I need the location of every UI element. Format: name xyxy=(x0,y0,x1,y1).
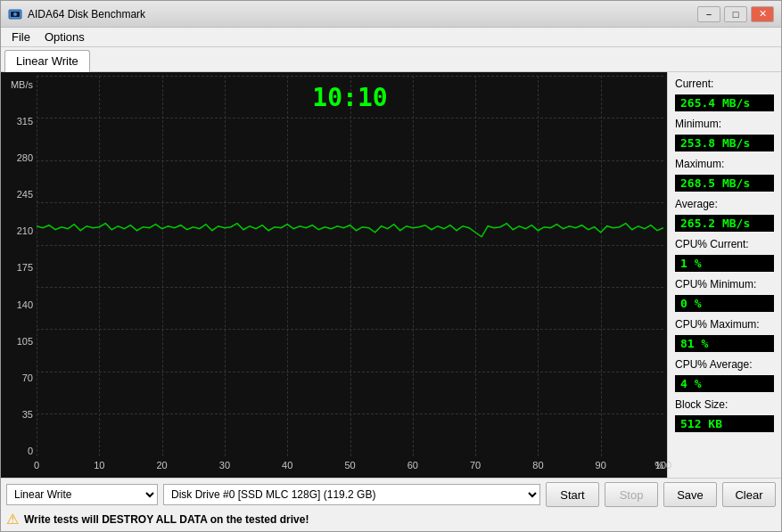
y-axis: MB/s 315 280 245 210 175 140 105 70 35 0 xyxy=(4,76,37,456)
maximize-button[interactable]: □ xyxy=(724,6,747,22)
y-label-245: 245 xyxy=(17,189,33,200)
menu-bar: File Options xyxy=(1,28,781,47)
start-button[interactable]: Start xyxy=(546,482,599,507)
y-label-175: 175 xyxy=(17,262,33,273)
cpu-average-label: CPU% Average: xyxy=(675,358,774,371)
title-bar-left: AIDA64 Disk Benchmark xyxy=(8,7,145,21)
warning-icon: ⚠ xyxy=(6,511,19,528)
x-label-0: 0 xyxy=(34,460,39,471)
side-panel: Current: 265.4 MB/s Minimum: 253.8 MB/s … xyxy=(667,72,781,478)
chart-container: MB/s 315 280 245 210 175 140 105 70 35 0 xyxy=(4,76,663,456)
test-type-dropdown[interactable]: Linear Write Linear Read Random Write Ra… xyxy=(6,484,158,505)
bottom-bar: Linear Write Linear Read Random Write Ra… xyxy=(1,478,781,531)
clear-button[interactable]: Clear xyxy=(722,482,776,507)
title-bar: AIDA64 Disk Benchmark − □ ✕ xyxy=(1,1,781,28)
average-label: Average: xyxy=(675,198,774,210)
save-button[interactable]: Save xyxy=(663,482,717,507)
mb-label: MB/s xyxy=(11,79,33,90)
block-size-value: 512 KB xyxy=(675,415,774,432)
cpu-current-label: CPU% Current: xyxy=(675,238,774,250)
minimize-button[interactable]: − xyxy=(697,6,720,22)
y-label-105: 105 xyxy=(17,336,33,347)
y-label-315: 315 xyxy=(17,116,33,127)
cpu-minimum-label: CPU% Minimum: xyxy=(675,278,774,291)
block-size-label: Block Size: xyxy=(675,398,774,411)
close-button[interactable]: ✕ xyxy=(751,6,774,22)
chart-inner: 10:10 xyxy=(37,76,663,456)
minimum-value: 253.8 MB/s xyxy=(675,135,774,151)
current-value: 265.4 MB/s xyxy=(675,94,774,111)
cpu-current-value: 1 % xyxy=(675,255,774,272)
y-label-0: 0 xyxy=(28,446,33,456)
maximum-value: 268.5 MB/s xyxy=(675,175,774,192)
svg-point-2 xyxy=(13,12,17,16)
maximum-label: Maximum: xyxy=(675,158,774,170)
x-label-40: 40 xyxy=(282,460,292,471)
warning-row: ⚠ Write tests will DESTROY ALL DATA on t… xyxy=(6,511,776,528)
x-label-50: 50 xyxy=(344,460,355,471)
x-percent-label: % xyxy=(654,460,663,471)
y-label-35: 35 xyxy=(22,409,33,420)
title-bar-controls: − □ ✕ xyxy=(697,6,774,22)
x-label-80: 80 xyxy=(532,460,543,471)
menu-options[interactable]: Options xyxy=(37,29,92,45)
chart-area: MB/s 315 280 245 210 175 140 105 70 35 0 xyxy=(1,72,667,478)
y-label-280: 280 xyxy=(17,152,33,163)
window-title: AIDA64 Disk Benchmark xyxy=(28,8,145,20)
warning-text: Write tests will DESTROY ALL DATA on the… xyxy=(24,513,309,526)
x-label-60: 60 xyxy=(407,460,418,471)
tab-bar: Linear Write xyxy=(1,47,781,72)
x-label-30: 30 xyxy=(219,460,230,471)
y-label-140: 140 xyxy=(17,299,33,310)
y-label-210: 210 xyxy=(17,225,33,236)
x-label-20: 20 xyxy=(156,460,167,471)
cpu-average-value: 4 % xyxy=(675,375,774,392)
x-label-90: 90 xyxy=(596,460,606,471)
tab-linear-write[interactable]: Linear Write xyxy=(4,50,90,72)
x-label-10: 10 xyxy=(94,460,104,471)
y-label-70: 70 xyxy=(22,372,33,383)
x-axis: 0 10 20 30 40 50 60 70 80 90 100 % xyxy=(37,456,663,474)
main-content: MB/s 315 280 245 210 175 140 105 70 35 0 xyxy=(1,72,781,478)
app-icon xyxy=(8,7,22,21)
chart-svg xyxy=(37,76,663,434)
menu-file[interactable]: File xyxy=(4,29,37,45)
cpu-minimum-value: 0 % xyxy=(675,295,774,312)
current-label: Current: xyxy=(675,78,774,90)
stop-button[interactable]: Stop xyxy=(605,482,658,507)
cpu-maximum-label: CPU% Maximum: xyxy=(675,318,774,331)
controls-row: Linear Write Linear Read Random Write Ra… xyxy=(6,482,776,507)
main-window: AIDA64 Disk Benchmark − □ ✕ File Options… xyxy=(0,0,782,532)
minimum-label: Minimum: xyxy=(675,118,774,130)
x-label-70: 70 xyxy=(470,460,481,471)
average-value: 265.2 MB/s xyxy=(675,215,774,232)
disk-dropdown[interactable]: Disk Drive #0 [SSD MLC 128G] (119.2 GB) xyxy=(163,484,540,505)
cpu-maximum-value: 81 % xyxy=(675,335,774,352)
